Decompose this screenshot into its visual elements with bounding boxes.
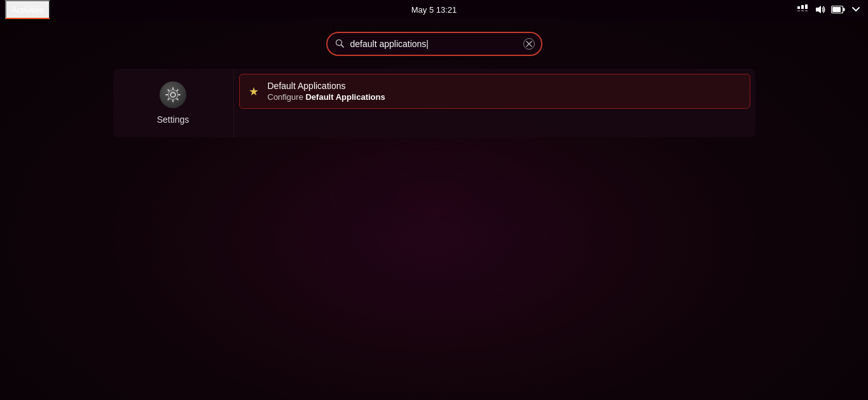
app-name: Settings [157,114,189,125]
topbar-left: Activities [5,0,50,19]
datetime-display: May 5 13:21 [411,5,457,15]
topbar-center: May 5 13:21 [411,5,457,15]
settings-icon [160,81,186,108]
search-clear-button[interactable] [523,38,535,50]
svg-line-24 [341,45,343,47]
result-item-default-apps[interactable]: ★ Default Applications Configure Default… [239,74,750,109]
result-desc-plain: Configure [268,92,306,102]
svg-marker-19 [816,6,821,13]
result-text: Default Applications Configure Default A… [268,81,385,102]
activities-button[interactable]: Activities [5,0,50,19]
topbar: Activities May 5 13:21 [0,0,868,19]
svg-rect-22 [832,7,841,12]
result-description: Configure Default Applications [268,92,385,102]
search-bar-container [326,32,542,56]
result-desc-bold: Default Applications [305,92,385,102]
svg-rect-16 [797,10,800,11]
network-icon[interactable] [796,3,809,17]
result-title: Default Applications [268,81,385,91]
results-list: ★ Default Applications Configure Default… [234,69,755,137]
svg-point-23 [336,39,341,45]
battery-icon[interactable] [831,3,845,17]
topbar-right [796,3,863,17]
svg-rect-13 [797,6,800,9]
svg-rect-18 [805,10,808,11]
result-star-icon: ★ [249,85,259,99]
svg-rect-17 [801,10,804,11]
search-overlay: Settings ★ Default Applications Configur… [0,19,868,400]
search-input[interactable] [350,39,518,49]
svg-point-27 [170,92,176,97]
search-input-wrapper [326,32,542,56]
svg-point-28 [168,90,177,99]
results-panel: Settings ★ Default Applications Configur… [113,69,755,137]
svg-rect-21 [843,8,845,11]
svg-rect-14 [801,5,804,9]
svg-rect-15 [805,4,808,9]
search-icon [335,39,344,50]
system-menu-icon[interactable] [849,3,863,17]
results-sidebar: Settings [113,69,234,137]
volume-icon[interactable] [813,3,827,17]
